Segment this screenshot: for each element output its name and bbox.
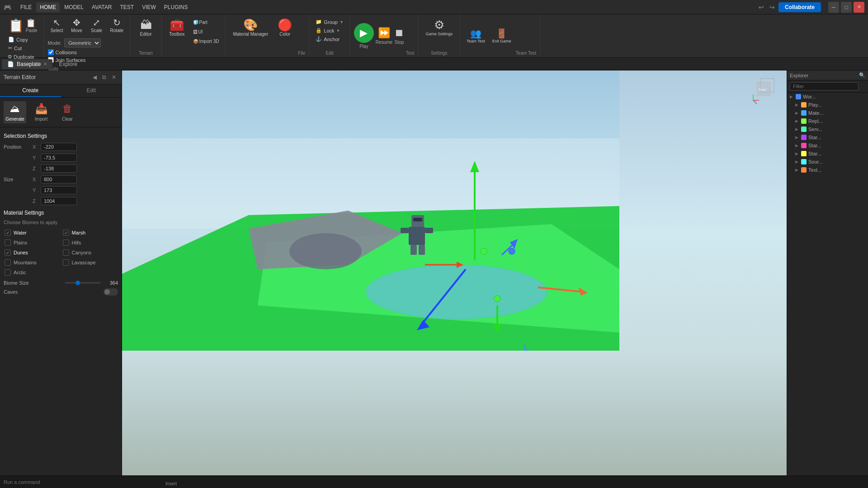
biome-size-label: Biome Size — [4, 280, 61, 286]
viewport[interactable]: L Front — [122, 70, 787, 475]
exit-game-label: Exit Game — [492, 39, 511, 43]
caves-toggle[interactable] — [104, 288, 118, 296]
explorer-item-world[interactable]: ▶ Wor... — [787, 93, 868, 101]
command-input[interactable] — [4, 479, 864, 485]
position-z-input[interactable] — [41, 164, 77, 173]
toolbox-button[interactable]: 🧰 Toolbox — [165, 16, 188, 39]
biome-hills[interactable]: Hills — [62, 239, 118, 247]
collisions-checkbox[interactable] — [48, 49, 54, 55]
stop-button[interactable]: ⏹ — [394, 27, 404, 39]
menu-test[interactable]: TEST — [116, 2, 137, 12]
mode-select[interactable]: Geometric Local Global — [64, 38, 101, 47]
cut-button[interactable]: ✂ Cut — [5, 44, 40, 52]
explorer-item-starterpack[interactable]: ▶ Star... — [787, 141, 868, 150]
scene-svg: L — [122, 70, 787, 475]
biome-water[interactable]: ✓ Water — [4, 229, 60, 237]
terrain-editor-button[interactable]: 🏔 Editor — [135, 16, 157, 39]
settings-section-label: Settings — [431, 49, 447, 56]
play-button[interactable]: ▶ — [354, 23, 374, 43]
redo-icon[interactable]: ↪ — [769, 4, 775, 11]
explorer-item-materials[interactable]: ▶ Mate... — [787, 109, 868, 117]
copy-button[interactable]: 📄 Copy — [5, 36, 40, 43]
menu-plugins[interactable]: PLUGINS — [160, 2, 192, 12]
orientation-cube[interactable]: Front — [752, 78, 779, 105]
tab-explorer[interactable]: Explore — [53, 59, 83, 69]
import-label: Import — [35, 117, 47, 122]
svg-rect-13 — [419, 245, 425, 255]
biome-size-track[interactable] — [65, 282, 101, 284]
biome-plains[interactable]: Plains — [4, 239, 60, 247]
explorer-item-soundservice[interactable]: ▶ Sour... — [787, 158, 868, 166]
biome-size-thumb[interactable] — [75, 281, 80, 285]
biome-lavascape[interactable]: Lavascape — [62, 258, 118, 267]
move-button[interactable]: ✥ Move — [68, 16, 86, 35]
menu-model[interactable]: MODEL — [61, 2, 87, 12]
group-button[interactable]: 📁 Group ▼ — [313, 18, 346, 26]
position-x-input[interactable] — [41, 143, 77, 151]
menu-file[interactable]: FILE — [17, 2, 35, 12]
rotate-button[interactable]: ↻ Rotate — [108, 16, 126, 35]
biome-mountains[interactable]: Mountains — [4, 258, 60, 267]
serverstorage-icon — [801, 127, 807, 132]
generate-tool-button[interactable]: ⛰ Generate — [4, 101, 26, 123]
import-tool-button[interactable]: 📥 Import — [30, 101, 52, 123]
game-settings-button[interactable]: ⚙ Game Settings — [422, 16, 456, 39]
tab-baseplate-label: Baseplate — [17, 61, 41, 67]
explorer-item-textservice[interactable]: ▶ Text... — [787, 166, 868, 174]
size-z-input[interactable] — [41, 197, 77, 205]
svg-point-23 — [494, 296, 500, 302]
size-x-input[interactable] — [41, 175, 77, 183]
menu-avatar[interactable]: AVATAR — [88, 2, 115, 12]
paste-label: Paste — [26, 28, 38, 33]
explorer-item-startergui[interactable]: ▶ Star... — [787, 133, 868, 141]
tab-baseplate-close[interactable]: ✕ — [43, 61, 47, 66]
terrain-tab-create[interactable]: Create — [0, 84, 61, 97]
position-row: Position X — [4, 143, 118, 151]
clear-tool-button[interactable]: 🗑 Clear — [56, 101, 79, 123]
explorer-item-serverstorage[interactable]: ▶ Serv... — [787, 125, 868, 133]
material-manager-button[interactable]: 🎨 Material Manager — [229, 16, 272, 39]
svg-rect-12 — [410, 245, 417, 255]
close-button[interactable]: ✕ — [854, 2, 864, 13]
terrain-editor-popout[interactable]: ⧉ — [100, 73, 108, 81]
terrain-tab-edit[interactable]: Edit — [61, 84, 122, 97]
explorer-filter-input[interactable] — [790, 82, 859, 90]
select-button[interactable]: ↖ Select — [48, 16, 66, 35]
explorer-item-replicated[interactable]: ▶ Repl... — [787, 117, 868, 125]
menu-home[interactable]: HOME — [36, 2, 60, 12]
ui-button[interactable]: 🖼 UI — [190, 28, 222, 36]
caves-label: Caves — [4, 289, 102, 295]
minimize-button[interactable]: ─ — [828, 2, 839, 13]
biome-size-value: 364 — [104, 280, 118, 286]
exit-game-button[interactable]: 🚪 Exit Game — [490, 27, 514, 45]
maximize-button[interactable]: □ — [841, 2, 852, 13]
size-y-row: Y — [4, 186, 118, 194]
biome-marsh[interactable]: ✓ Marsh — [62, 229, 118, 237]
import-3d-button[interactable]: 📦 Import 3D — [190, 37, 222, 46]
tab-baseplate-icon: 📄 — [7, 61, 14, 67]
collisions-check[interactable]: Collisions — [48, 49, 77, 55]
explorer-item-players[interactable]: ▶ Play... — [787, 101, 868, 109]
undo-icon[interactable]: ↩ — [759, 4, 764, 11]
edit-section: 📁 Group ▼ 🔒 Lock ▼ ⚓ Anchor Edit — [309, 14, 350, 57]
resume-button[interactable]: ⏩ — [378, 27, 390, 39]
collaborate-button[interactable]: Collaborate — [778, 2, 821, 12]
color-button[interactable]: 🔴 Color — [274, 16, 296, 39]
team-test-button[interactable]: 👥 Team Test — [464, 27, 488, 45]
size-y-input[interactable] — [41, 186, 77, 194]
terrain-editor-close[interactable]: ✕ — [110, 73, 118, 81]
explorer-item-startercharacter[interactable]: ▶ Star... — [787, 150, 868, 158]
team-test-section-label: Team Test — [516, 49, 536, 56]
anchor-button[interactable]: ⚓ Anchor — [313, 35, 346, 43]
part-button[interactable]: 🧊 Part — [190, 18, 222, 27]
paste-button[interactable]: 📋 📋 Paste — [5, 16, 40, 35]
biome-arctic[interactable]: Arctic — [4, 268, 60, 277]
menu-view[interactable]: VIEW — [138, 2, 160, 12]
tab-baseplate[interactable]: 📄 Baseplate ✕ — [2, 59, 52, 69]
biome-canyons[interactable]: Canyons — [62, 249, 118, 257]
position-y-input[interactable] — [41, 154, 77, 162]
scale-button[interactable]: ⤢ Scale — [88, 16, 106, 35]
biome-dunes[interactable]: ✓ Dunes — [4, 249, 60, 257]
terrain-editor-collapse[interactable]: ◀ — [91, 73, 99, 81]
lock-button[interactable]: 🔒 Lock ▼ — [313, 27, 346, 34]
